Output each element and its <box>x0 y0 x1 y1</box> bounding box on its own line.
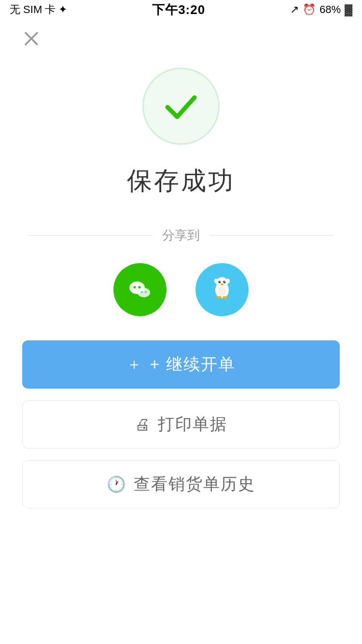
alarm-icon: ⏰ <box>303 3 316 16</box>
share-icons <box>113 263 249 316</box>
qq-icon <box>207 275 237 305</box>
action-buttons: ＋ + 继续开单 🖨 打印单据 🕐 查看销货单历史 <box>0 340 362 508</box>
battery-icon: ▓ <box>345 3 352 16</box>
qq-share-button[interactable] <box>195 263 249 316</box>
plus-icon: ＋ <box>126 354 143 375</box>
success-circle <box>142 68 220 145</box>
status-bar: 无 SIM 卡 ✦ 下午3:20 ↗ ⏰ 68% ▓ <box>0 0 362 19</box>
divider-right <box>209 235 333 236</box>
history-button[interactable]: 🕐 查看销货单历史 <box>22 460 340 508</box>
share-section: 分享到 <box>0 227 362 316</box>
status-time: 下午3:20 <box>152 1 205 18</box>
print-label: 打印单据 <box>158 413 227 435</box>
svg-point-13 <box>224 281 225 282</box>
svg-point-15 <box>218 286 226 296</box>
share-label: 分享到 <box>162 227 200 244</box>
continue-order-label: + 继续开单 <box>150 353 235 376</box>
svg-point-17 <box>223 296 227 299</box>
svg-point-5 <box>139 286 141 289</box>
continue-order-button[interactable]: ＋ + 继续开单 <box>22 340 340 389</box>
checkmark-icon <box>162 87 200 126</box>
main-content: 保存成功 分享到 <box>0 19 362 508</box>
sim-status: 无 SIM 卡 ✦ <box>10 2 67 17</box>
svg-point-16 <box>217 296 222 299</box>
wechat-icon <box>125 275 154 304</box>
svg-point-7 <box>145 291 147 293</box>
print-button[interactable]: 🖨 打印单据 <box>22 400 340 448</box>
svg-point-14 <box>221 283 223 285</box>
wechat-share-button[interactable] <box>113 263 167 316</box>
svg-point-19 <box>226 279 230 283</box>
close-button[interactable] <box>19 27 43 51</box>
battery-level: 68% <box>320 3 341 16</box>
svg-point-6 <box>141 291 143 293</box>
status-left: 无 SIM 卡 ✦ <box>10 2 67 17</box>
svg-point-3 <box>138 288 150 297</box>
svg-point-18 <box>214 279 218 283</box>
svg-point-11 <box>223 281 226 283</box>
svg-point-10 <box>219 281 221 283</box>
history-icon: 🕐 <box>107 475 127 493</box>
location-icon: ↗ <box>290 3 299 16</box>
status-right: ↗ ⏰ 68% ▓ <box>290 3 352 16</box>
svg-point-4 <box>134 286 136 289</box>
divider-left <box>29 235 153 236</box>
print-icon: 🖨 <box>135 416 151 434</box>
share-divider: 分享到 <box>0 227 362 244</box>
history-label: 查看销货单历史 <box>134 473 255 495</box>
svg-point-12 <box>220 281 221 282</box>
success-title: 保存成功 <box>127 164 235 198</box>
